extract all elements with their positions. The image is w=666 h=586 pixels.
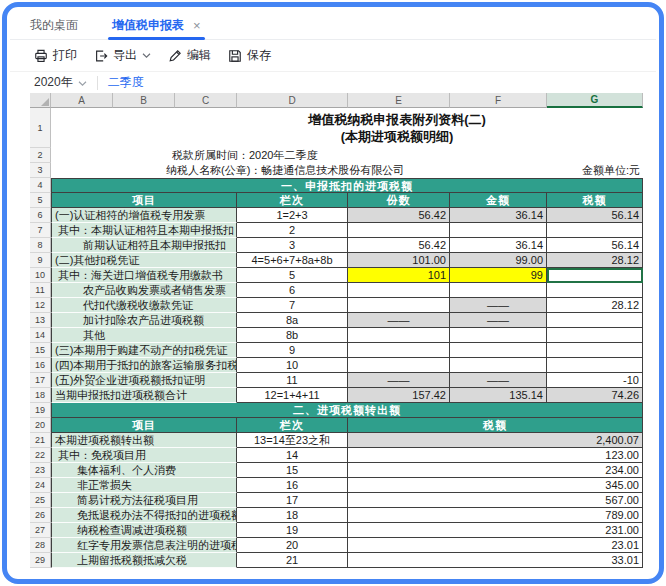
header-column-no[interactable]: 栏次	[237, 193, 348, 208]
column-header-A[interactable]: A	[51, 93, 113, 108]
row-header[interactable]: 24	[30, 478, 51, 493]
value-cell[interactable]: 2,400.07	[348, 433, 643, 448]
item-label-cell[interactable]: 集体福利、个人消费	[51, 463, 237, 478]
value-cell[interactable]: 101	[348, 268, 450, 283]
select-all-corner[interactable]	[30, 93, 51, 108]
value-cell[interactable]	[348, 298, 450, 313]
value-cell[interactable]: 99	[450, 268, 547, 283]
row-header[interactable]: 15	[30, 343, 51, 358]
row-header[interactable]: 4	[30, 178, 51, 193]
close-icon[interactable]: ×	[193, 19, 201, 32]
value-cell[interactable]: 23.01	[348, 538, 643, 553]
row-header[interactable]: 29	[30, 553, 51, 568]
value-cell[interactable]: 36.14	[450, 238, 547, 253]
header-tax[interactable]: 税额	[348, 418, 643, 433]
selected-cell[interactable]	[547, 268, 643, 283]
column-no-cell[interactable]: 17	[237, 493, 348, 508]
value-cell[interactable]: 101.00	[348, 253, 450, 268]
item-label-cell[interactable]: (一)认证相符的增值税专用发票	[51, 208, 237, 223]
tab-vat-return[interactable]: 增值税申报表 ×	[112, 12, 201, 39]
value-cell[interactable]: 234.00	[348, 463, 643, 478]
value-cell[interactable]: 231.00	[348, 523, 643, 538]
value-cell[interactable]	[547, 328, 643, 343]
column-no-cell[interactable]: 12=1+4+11	[237, 388, 348, 403]
item-label-cell[interactable]: 其中：本期认证相符且本期申报抵扣	[51, 223, 237, 238]
column-no-cell[interactable]: 10	[237, 358, 348, 373]
column-no-cell[interactable]: 18	[237, 508, 348, 523]
item-label-cell[interactable]: (四)本期用于抵扣的旅客运输服务扣税凭证	[51, 358, 237, 373]
item-label-cell[interactable]: (五)外贸企业进项税额抵扣证明	[51, 373, 237, 388]
value-cell[interactable]: 33.01	[348, 553, 643, 568]
value-cell[interactable]	[348, 283, 450, 298]
row-header[interactable]: 28	[30, 538, 51, 553]
column-no-cell[interactable]: 8a	[237, 313, 348, 328]
row-header[interactable]: 14	[30, 328, 51, 343]
save-button[interactable]: 保存	[228, 47, 271, 64]
row-header[interactable]: 25	[30, 493, 51, 508]
header-item[interactable]: 项目	[51, 193, 237, 208]
value-cell[interactable]	[450, 358, 547, 373]
value-cell[interactable]	[348, 343, 450, 358]
row-header[interactable]: 16	[30, 358, 51, 373]
value-cell[interactable]: 28.12	[547, 253, 643, 268]
item-label-cell[interactable]: (三)本期用于购建不动产的扣税凭证	[51, 343, 237, 358]
value-cell[interactable]	[547, 313, 643, 328]
value-cell[interactable]	[450, 328, 547, 343]
value-cell[interactable]	[547, 343, 643, 358]
row-header[interactable]: 7	[30, 223, 51, 238]
column-no-cell[interactable]: 16	[237, 478, 348, 493]
header-tax[interactable]: 税额	[547, 193, 643, 208]
value-cell[interactable]: 56.14	[547, 208, 643, 223]
row-header[interactable]: 6	[30, 208, 51, 223]
row-header[interactable]: 27	[30, 523, 51, 538]
value-cell[interactable]: 567.00	[348, 493, 643, 508]
row-header[interactable]: 11	[30, 283, 51, 298]
item-label-cell[interactable]: 加计扣除农产品进项税额	[51, 313, 237, 328]
item-label-cell[interactable]: 红字专用发票信息表注明的进项税额	[51, 538, 237, 553]
column-no-cell[interactable]: 7	[237, 298, 348, 313]
row-header[interactable]: 17	[30, 373, 51, 388]
print-button[interactable]: 打印	[34, 47, 77, 64]
tab-my-desktop[interactable]: 我的桌面	[30, 12, 78, 39]
column-header-D[interactable]: D	[237, 93, 348, 108]
item-label-cell[interactable]: 前期认证相符且本期申报抵扣	[51, 238, 237, 253]
value-cell[interactable]: 135.14	[450, 388, 547, 403]
value-cell[interactable]	[547, 223, 643, 238]
value-cell[interactable]: 56.42	[348, 208, 450, 223]
value-cell[interactable]: ——	[348, 313, 450, 328]
value-cell[interactable]	[348, 358, 450, 373]
value-cell[interactable]: 28.12	[547, 298, 643, 313]
value-cell[interactable]: 56.42	[348, 238, 450, 253]
row-header[interactable]: 20	[30, 418, 51, 433]
header-item[interactable]: 项目	[51, 418, 237, 433]
value-cell[interactable]	[450, 223, 547, 238]
row-header[interactable]: 5	[30, 193, 51, 208]
row-header[interactable]: 18	[30, 388, 51, 403]
column-no-cell[interactable]: 21	[237, 553, 348, 568]
value-cell[interactable]	[450, 343, 547, 358]
column-header-C[interactable]: C	[175, 93, 237, 108]
item-label-cell[interactable]: (二)其他扣税凭证	[51, 253, 237, 268]
item-label-cell[interactable]: 非正常损失	[51, 478, 237, 493]
column-no-cell[interactable]: 13=14至23之和	[237, 433, 348, 448]
item-label-cell[interactable]: 其中：海关进口增值税专用缴款书	[51, 268, 237, 283]
value-cell[interactable]: 157.42	[348, 388, 450, 403]
value-cell[interactable]: -10	[547, 373, 643, 388]
column-header-F[interactable]: F	[450, 93, 547, 108]
section2-header-cell[interactable]: 二、进项税额转出额	[51, 403, 643, 418]
column-no-cell[interactable]: 4=5+6+7+8a+8b	[237, 253, 348, 268]
value-cell[interactable]	[450, 283, 547, 298]
item-label-cell[interactable]: 纳税检查调减进项税额	[51, 523, 237, 538]
quarter-select[interactable]: 二季度	[108, 74, 144, 91]
column-no-cell[interactable]: 14	[237, 448, 348, 463]
value-cell[interactable]: 99.00	[450, 253, 547, 268]
item-label-cell[interactable]: 其中：免税项目用	[51, 448, 237, 463]
item-label-cell[interactable]: 简易计税方法征税项目用	[51, 493, 237, 508]
item-label-cell[interactable]: 代扣代缴税收缴款凭证	[51, 298, 237, 313]
item-label-cell[interactable]: 上期留抵税额抵减欠税	[51, 553, 237, 568]
value-cell[interactable]: 789.00	[348, 508, 643, 523]
row-header[interactable]: 21	[30, 433, 51, 448]
value-cell[interactable]	[348, 223, 450, 238]
row-header[interactable]: 23	[30, 463, 51, 478]
export-button[interactable]: 导出	[94, 47, 151, 64]
